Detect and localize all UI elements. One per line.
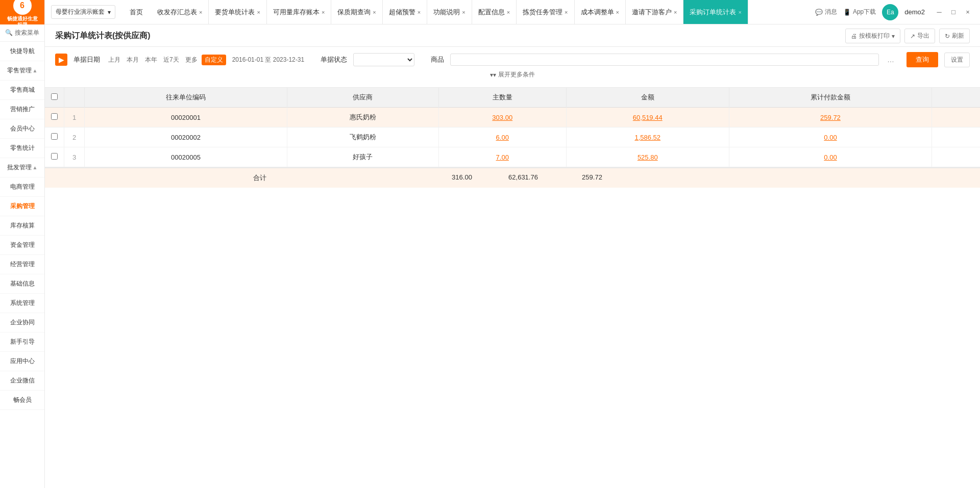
row-paid[interactable]: 0.00: [729, 147, 932, 167]
nav-tab-9[interactable]: 成本调整单 ×: [575, 0, 626, 24]
sidebar-item-basic-info[interactable]: 基础信息: [0, 274, 44, 294]
row-extra: [932, 108, 981, 127]
row-amount[interactable]: 1,586.52: [566, 127, 729, 147]
nav-tab-11[interactable]: 采购订单统计表 ×: [683, 0, 748, 24]
close-icon-11[interactable]: ×: [738, 9, 741, 15]
close-btn[interactable]: ×: [962, 6, 974, 18]
row-checkbox-cell[interactable]: [45, 127, 64, 147]
sidebar-item-app-center[interactable]: 应用中心: [0, 352, 44, 371]
row-quantity[interactable]: 303.00: [438, 108, 566, 127]
footer-amount: 62,631.76: [493, 173, 554, 183]
print-button[interactable]: 🖨 按模板打印 ▾: [845, 29, 900, 43]
date-link-last-month[interactable]: 上月: [106, 55, 122, 65]
close-icon-9[interactable]: ×: [616, 9, 619, 15]
sidebar-item-new-guide[interactable]: 新手引导: [0, 332, 44, 352]
sidebar-item-quick-nav[interactable]: 快捷导航: [0, 42, 44, 61]
search-button[interactable]: 查询: [906, 52, 938, 67]
filter-row-1: ▶ 单据日期 上月 本月 本年 近7天 更多 自定义 2016-01-01 至 …: [55, 52, 970, 67]
maximize-btn[interactable]: □: [947, 6, 960, 18]
row-checkbox[interactable]: [51, 153, 58, 160]
close-icon-3[interactable]: ×: [322, 9, 325, 15]
dropdown-arrow-wholesale: ▲: [33, 165, 38, 170]
window-controls: ─ □ ×: [933, 6, 974, 18]
row-checkbox[interactable]: [51, 133, 58, 140]
logo-text: 畅捷通好生意: [7, 16, 38, 22]
export-button[interactable]: ↗ 导出: [904, 29, 935, 43]
app-download-btn[interactable]: 📱 App下载: [843, 8, 876, 16]
refresh-button[interactable]: ↻ 刷新: [939, 29, 970, 43]
col-amount: 金额: [566, 88, 729, 108]
row-checkbox-cell[interactable]: [45, 147, 64, 167]
nav-tab-6[interactable]: 功能说明 ×: [427, 0, 472, 24]
nav-tab-5[interactable]: 超储预警 ×: [383, 0, 427, 24]
settings-button[interactable]: 设置: [944, 53, 970, 67]
row-quantity[interactable]: 6.00: [438, 127, 566, 147]
close-icon-1[interactable]: ×: [199, 9, 202, 15]
dropdown-arrow-retail: ▲: [33, 68, 38, 73]
date-link-this-year[interactable]: 本年: [143, 55, 159, 65]
date-link-7days[interactable]: 近7天: [161, 55, 181, 65]
expand-more-button[interactable]: ▾▾ 展开更多条件: [55, 67, 970, 82]
sidebar-item-enterprise-coop[interactable]: 企业协同: [0, 313, 44, 332]
close-icon-4[interactable]: ×: [373, 9, 376, 15]
filter-toggle-btn[interactable]: ▶: [55, 54, 67, 66]
sidebar-item-wholesale[interactable]: 批发管理 ▲: [0, 158, 44, 177]
date-link-custom[interactable]: 自定义: [202, 55, 226, 65]
close-icon-8[interactable]: ×: [565, 9, 568, 15]
home-tab[interactable]: 首页: [121, 0, 151, 24]
date-link-more[interactable]: 更多: [183, 55, 200, 65]
footer-quantity: 316.00: [431, 173, 493, 183]
sidebar-item-member[interactable]: 会员中心: [0, 119, 44, 139]
row-checkbox-cell[interactable]: [45, 108, 64, 127]
logo-area: 6 畅捷通好生意 标题: [0, 0, 44, 24]
close-icon-6[interactable]: ×: [462, 9, 465, 15]
row-amount[interactable]: 525.80: [566, 147, 729, 167]
sidebar-item-marketing[interactable]: 营销推广: [0, 100, 44, 119]
sidebar-search[interactable]: 🔍 搜索菜单: [0, 24, 44, 42]
nav-tab-7[interactable]: 配置信息 ×: [472, 0, 517, 24]
sidebar-item-enterprise-wechat[interactable]: 企业微信: [0, 371, 44, 391]
sidebar-item-inventory[interactable]: 库存核算: [0, 216, 44, 236]
nav-tab-3[interactable]: 可用量库存账本 ×: [267, 0, 331, 24]
expand-icon: ▾▾: [490, 71, 496, 79]
table-header-row: 往来单位编码 供应商 主数量 金额 累计付款金额: [45, 88, 980, 108]
sidebar-item-purchase[interactable]: 采购管理: [0, 197, 44, 216]
close-icon-2[interactable]: ×: [257, 9, 260, 15]
nav-tab-2[interactable]: 要货单统计表 ×: [209, 0, 266, 24]
row-index: 3: [64, 147, 85, 167]
sidebar-item-retail-management[interactable]: 零售管理 ▲: [0, 61, 44, 81]
sidebar-item-operations[interactable]: 经营管理: [0, 255, 44, 274]
more-options-icon[interactable]: …: [885, 56, 896, 64]
table-row: 1 00020001 惠氏奶粉 303.00 60,519.44 259.72: [45, 108, 980, 127]
sidebar-item-system[interactable]: 系统管理: [0, 294, 44, 313]
sidebar-item-ecommerce[interactable]: 电商管理: [0, 177, 44, 197]
row-paid[interactable]: 259.72: [729, 108, 932, 127]
row-index: 1: [64, 108, 85, 127]
sidebar-item-member2[interactable]: 畅会员: [0, 391, 44, 410]
sidebar-item-retail-store[interactable]: 零售商城: [0, 81, 44, 100]
close-icon-5[interactable]: ×: [418, 9, 421, 15]
date-link-this-month[interactable]: 本月: [125, 55, 141, 65]
row-checkbox[interactable]: [51, 113, 58, 120]
nav-tab-8[interactable]: 拣货任务管理 ×: [517, 0, 574, 24]
row-supplier: 好孩子: [287, 147, 439, 167]
product-input[interactable]: [450, 54, 879, 66]
close-icon-7[interactable]: ×: [507, 9, 510, 15]
sidebar-item-retail-stats[interactable]: 零售统计: [0, 139, 44, 158]
close-icon-10[interactable]: ×: [674, 9, 677, 15]
minimize-btn[interactable]: ─: [933, 6, 945, 18]
message-btn[interactable]: 💬 消息: [815, 8, 837, 16]
nav-tab-4[interactable]: 保质期查询 ×: [331, 0, 382, 24]
status-select[interactable]: [353, 53, 414, 66]
status-filter-label: 单据状态: [321, 55, 347, 64]
user-avatar[interactable]: Ea: [882, 4, 898, 20]
row-paid[interactable]: 0.00: [729, 127, 932, 147]
select-all-checkbox[interactable]: [51, 93, 58, 100]
sidebar-item-finance[interactable]: 资金管理: [0, 236, 44, 255]
row-quantity[interactable]: 7.00: [438, 147, 566, 167]
row-amount[interactable]: 60,519.44: [566, 108, 729, 127]
product-filter-label: 商品: [431, 55, 444, 64]
store-selector[interactable]: 母婴行业演示账套 ▾: [51, 5, 115, 19]
nav-tab-1[interactable]: 收发存汇总表 ×: [151, 0, 209, 24]
nav-tab-10[interactable]: 邀请下游客户 ×: [626, 0, 683, 24]
